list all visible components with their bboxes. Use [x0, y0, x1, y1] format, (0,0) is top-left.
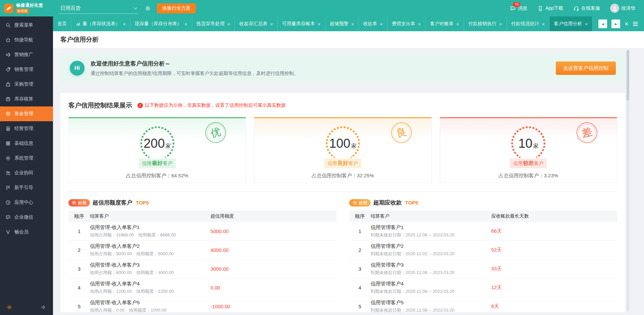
shopping-bag-icon [5, 82, 11, 87]
sidebar-item-label: 应用中心 [14, 199, 33, 206]
header-actions: 70 消息 App下载 在线客服 徐泽华 [510, 4, 644, 13]
announcement-speaker-icon[interactable] [41, 305, 46, 310]
tab-label: 收款单 [363, 21, 377, 27]
tab-close-icon[interactable]: × [318, 21, 321, 27]
close-all-tabs-icon[interactable]: × [625, 20, 629, 27]
tab[interactable]: 拣货异常处理× [192, 16, 235, 31]
tab-label: 拣货异常处理 [197, 21, 225, 27]
user-menu[interactable]: 徐泽华 [610, 4, 635, 13]
table-row[interactable]: 2 信用管理客户2到期未收款日期：2020.12.02 -- 2023.03.2… [349, 241, 617, 260]
table-title: 超期应收款 [373, 199, 402, 207]
tab-close-icon[interactable]: × [456, 21, 459, 27]
document-icon [5, 126, 11, 131]
tab[interactable]: 可用量库存账本× [278, 16, 325, 31]
tab-home[interactable]: 首页 [53, 16, 71, 31]
sidebar-item-collaboration[interactable]: 企业协同 [0, 166, 53, 180]
top5-tables: 超额 超信用额度客户 TOP5 顺序 结算客户 超信用额度 [68, 199, 617, 312]
warning-icon: ! [138, 103, 143, 108]
sidebar-item-wechat[interactable]: 企业微信 [0, 210, 53, 225]
tab-menu-icon[interactable] [633, 21, 638, 27]
sidebar-item-label: 企业协同 [14, 170, 33, 176]
sidebar-item-label: 经营管理 [14, 126, 33, 132]
tab-strip: 首页 量（库存状况表） × 现存量（库存分布表）× 拣货异常处理× 收发存汇总表… [53, 16, 592, 31]
scrollbar[interactable] [627, 50, 629, 312]
tab-close-icon[interactable]: × [270, 21, 273, 27]
sidebar-footer [0, 300, 53, 315]
settings-gear-icon[interactable] [7, 305, 12, 310]
top5-label: TOP5 [136, 200, 149, 206]
sidebar-item-member[interactable]: 畅会员 [0, 225, 53, 239]
table-row[interactable]: 4 信用管理客户4到期未收款日期：2020.12.08 -- 2023.03.2… [349, 278, 617, 297]
tab-customer-credit-analysis[interactable]: 客户信用分析× [549, 16, 592, 31]
table-row[interactable]: 5 信用管理-收入单客户5信用占用额：0.00 信用额度：1000.00 -10… [68, 297, 336, 312]
tab-close-icon[interactable]: × [499, 21, 502, 27]
credit-stat-card-poor: 差 10家 信用较差客户 占总信用控制客户：3.23% [440, 117, 617, 183]
tab-close-icon[interactable]: × [227, 21, 230, 27]
tab-close-icon[interactable]: × [351, 21, 354, 27]
tab-scroll-right-button[interactable]: ▶ [611, 19, 620, 28]
megaphone-icon [5, 52, 11, 57]
table-row[interactable]: 3 信用管理客户3到期未收款日期：2020.12.08 -- 2023.03.2… [349, 260, 617, 278]
table-row[interactable]: 4 信用管理-收入单客户4信用占用额：1200.00 信用额度：1200.00 … [68, 278, 336, 297]
sidebar-item-sales[interactable]: 销售管理 [0, 62, 53, 77]
sidebar-item-label: 企业微信 [14, 214, 33, 220]
tab[interactable]: 收款单× [359, 16, 388, 31]
overdue-receivables-table: 超期 超期应收款 TOP5 顺序 结算客户 应收账款最长天数 [349, 199, 617, 312]
grid-icon [5, 141, 11, 146]
sidebar-item-guide[interactable]: 新手引导 [0, 180, 53, 195]
tab[interactable]: 付款核销执行× [464, 16, 507, 31]
table-row[interactable]: 1 信用管理客户1到期未收款日期：2020.12.08 -- 2023.03.2… [349, 222, 617, 241]
sidebar-item-funds[interactable]: 资金管理 [0, 106, 53, 121]
tab-close-icon[interactable]: × [585, 21, 588, 27]
sidebar-item-operations[interactable]: 经营管理 [0, 121, 53, 136]
sidebar-item-basic-info[interactable]: 基础信息 [0, 136, 53, 151]
scrollbar-thumb[interactable] [627, 50, 629, 100]
credit-level-badge: 信用极好客户 [139, 159, 176, 168]
tab[interactable]: 费用支出单× [387, 16, 426, 31]
tab[interactable]: 超储预警× [325, 16, 359, 31]
sidebar-item-marketing[interactable]: 营销推广 [0, 47, 53, 62]
table-row[interactable]: 1 信用管理-收入单客户1信用占用额：11666.00 信用额度：6666.00… [68, 222, 336, 241]
online-service-button[interactable]: 在线客服 [573, 5, 600, 11]
tab-close-icon[interactable]: × [184, 21, 187, 27]
table-row[interactable]: 5 信用管理客户5到期未收款日期：2020.12.08 -- 2023.03.2… [349, 297, 617, 312]
tab-label: 超储预警 [330, 21, 348, 27]
tab-label: 可用量库存账本 [282, 21, 315, 27]
sidebar-item-app-center[interactable]: 应用中心 [0, 195, 53, 210]
page-title: 客户信用分析 [53, 31, 644, 48]
sidebar-item-label: 系统管理 [14, 155, 33, 161]
industry-plan-button[interactable]: 体验行业方案 [157, 3, 196, 13]
industry-settings-gear-icon[interactable] [145, 5, 151, 11]
sidebar-item-quick-nav[interactable]: 快捷导航 [0, 33, 53, 47]
message-count-badge: 70 [513, 2, 520, 7]
clock-icon [353, 200, 357, 205]
chevron-down-icon [134, 6, 137, 9]
sidebar-item-system[interactable]: 系统管理 [0, 151, 53, 166]
tab-close-icon[interactable]: × [123, 21, 126, 27]
sidebar-item-label: 销售管理 [14, 66, 33, 73]
sidebar-item-label: 库存核算 [14, 96, 33, 102]
table-row[interactable]: 2 信用管理-收入单客户2信用占用额：9000.00 信用额度：5000.00 … [68, 241, 336, 260]
tab-close-icon[interactable]: × [418, 21, 421, 27]
tab[interactable]: 客户对账单× [426, 16, 464, 31]
messages-button[interactable]: 70 消息 [510, 5, 527, 11]
table-row[interactable]: 3 信用管理-收入单客户3信用占用额：6000.00 信用额度：3000.00 … [68, 260, 336, 278]
main-column: 首页 量（库存状况表） × 现存量（库存分布表）× 拣货异常处理× 收发存汇总表… [53, 16, 644, 315]
sidebar-item-search-menu[interactable]: 搜索菜单 [0, 18, 53, 33]
tab[interactable]: 收发存汇总表× [235, 16, 278, 31]
tab[interactable]: 现存量（库存分布表）× [130, 16, 192, 31]
tab-scroll-left-button[interactable]: ◀ [598, 19, 607, 28]
app-download-button[interactable]: App下载 [537, 5, 563, 11]
sidebar-item-inventory[interactable]: 库存核算 [0, 92, 53, 106]
industry-select[interactable]: 日用百货 [58, 3, 138, 14]
tab[interactable]: 付款情况统计× [507, 16, 550, 31]
tab-close-icon[interactable]: × [380, 21, 383, 27]
bar-chart-icon [76, 21, 80, 26]
sidebar-item-procurement[interactable]: 采购管理 [0, 77, 53, 92]
credit-gauge: 200家 [138, 124, 177, 163]
app-logo[interactable]: 畅捷通好生意 标准版 [0, 3, 53, 13]
tab[interactable]: 量（库存状况表） × [71, 16, 130, 31]
tab-close-icon[interactable]: × [542, 21, 545, 27]
credit-result-panel: 客户信用控制结果展示 ! 以下数据仅为示例，非真实数据，设置了信用控制后可展示真… [60, 93, 625, 312]
setup-credit-control-button[interactable]: 去设置客户信用控制 [556, 61, 616, 75]
